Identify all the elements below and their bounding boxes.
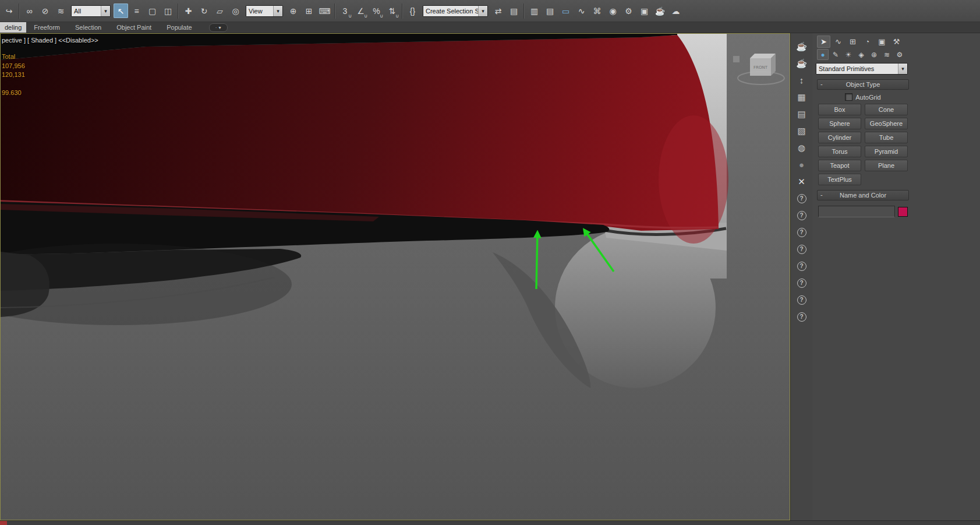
render-in-cloud-icon[interactable]: ☁ <box>668 3 683 18</box>
edit-named-selection-sets-icon[interactable]: {} <box>405 3 420 18</box>
scene-explorer-icon[interactable]: ▥ <box>527 3 542 18</box>
primitive-button[interactable]: GeoSphere <box>865 118 908 129</box>
select-and-link-icon[interactable]: ∞ <box>22 3 37 18</box>
mirror-icon[interactable]: ⇄ <box>491 3 505 18</box>
primitive-category-dropdown[interactable]: Standard Primitives ▾ <box>816 63 908 75</box>
layer-explorer-icon[interactable]: ▤ <box>543 3 557 18</box>
select-object-icon[interactable]: ↖ <box>114 3 128 18</box>
primitive-button[interactable]: Teapot <box>818 160 861 171</box>
unknown-script-icon[interactable]: ? <box>794 274 810 291</box>
category-helpers[interactable]: ⊕ <box>868 49 880 60</box>
primitive-button[interactable]: Cone <box>865 104 908 115</box>
select-by-name-icon[interactable]: ≡ <box>129 3 144 18</box>
toolbar-group: {} <box>405 3 420 18</box>
layer-stack-icon[interactable]: ▤ <box>794 105 810 122</box>
window-crossing-icon[interactable]: ◫ <box>161 3 175 18</box>
tab-modify[interactable]: ∿ <box>832 36 845 48</box>
teapot-render-icon[interactable]: ☕ <box>794 38 810 55</box>
tab-utilities[interactable]: ⚒ <box>890 36 903 48</box>
rollout-title: Object Type <box>846 81 880 88</box>
primitive-button[interactable]: Pyramid <box>865 146 908 157</box>
primitive-button[interactable]: Box <box>818 104 861 115</box>
primitive-button[interactable]: Tube <box>865 132 908 143</box>
spinner-snap-icon[interactable]: ⇅∪ <box>385 3 399 18</box>
teapot-preset-icon[interactable]: ☕ <box>794 55 810 72</box>
selection-filter-dropdown[interactable]: All ▾ <box>71 5 111 17</box>
category-systems[interactable]: ⚙ <box>894 49 905 60</box>
ribbon-toggle-icon[interactable]: ▭ <box>558 3 573 18</box>
ribbon-minimize-button[interactable]: ·▾ <box>209 23 228 32</box>
object-type-rollout-header[interactable]: - Object Type <box>817 79 909 90</box>
unknown-script-icon[interactable]: ? <box>794 258 810 274</box>
close-x-icon[interactable]: ✕ <box>794 173 810 190</box>
primitive-button[interactable]: Cylinder <box>818 132 861 143</box>
wire-sphere-icon[interactable]: ◍ <box>794 139 810 156</box>
redo-arrow-icon[interactable]: ↪ <box>2 3 16 18</box>
render-production-icon[interactable]: ☕ <box>653 3 667 18</box>
schematic-view-icon[interactable]: ⌘ <box>590 3 604 18</box>
select-and-move-icon[interactable]: ✚ <box>181 3 196 18</box>
tab-create[interactable]: ➤ <box>817 36 830 48</box>
bind-to-space-warp-icon[interactable]: ≋ <box>54 3 68 18</box>
material-sphere-icon[interactable]: ● <box>794 156 810 173</box>
category-geometry[interactable]: ● <box>817 49 829 60</box>
unknown-script-icon[interactable]: ? <box>794 291 810 308</box>
primitive-button[interactable]: Sphere <box>818 118 861 129</box>
unknown-script-icon[interactable]: ? <box>794 207 810 224</box>
unknown-script-icon[interactable]: ? <box>794 190 810 207</box>
tab-object-paint[interactable]: Object Paint <box>109 22 159 33</box>
primitive-button[interactable]: TextPlus <box>818 174 861 185</box>
tab-populate[interactable]: Populate <box>159 22 199 33</box>
snaps-toggle-3d-icon[interactable]: 3∪ <box>338 3 352 18</box>
rectangular-selection-region-icon[interactable]: ▢ <box>145 3 160 18</box>
select-and-rotate-icon[interactable]: ↻ <box>197 3 211 18</box>
rendered-frame-window-icon[interactable]: ▣ <box>637 3 652 18</box>
autogrid-label: AutoGrid <box>855 94 880 101</box>
angle-snap-icon[interactable]: ∠∪ <box>353 3 368 18</box>
unknown-script-icon[interactable]: ? <box>794 308 810 325</box>
category-cameras[interactable]: ◈ <box>855 49 867 60</box>
body-highlight <box>659 115 728 244</box>
tab-hierarchy[interactable]: ⊞ <box>846 36 859 48</box>
unlink-selection-icon[interactable]: ⊘ <box>38 3 52 18</box>
tab-selection[interactable]: Selection <box>68 22 109 33</box>
select-and-manipulate-icon[interactable]: ⊞ <box>302 3 316 18</box>
unknown-script-icon[interactable]: ? <box>794 224 810 241</box>
named-selection-sets-dropdown[interactable]: Create Selection Se ▾ <box>423 5 488 17</box>
category-lights[interactable]: ☀ <box>843 49 854 60</box>
checker-map-icon[interactable]: ▦ <box>794 89 810 105</box>
uv-tile-icon[interactable]: ▧ <box>794 122 810 139</box>
unknown-script-icon[interactable]: ? <box>794 241 810 258</box>
select-and-place-icon[interactable]: ◎ <box>228 3 243 18</box>
stat-line: Total <box>2 53 25 62</box>
curve-editor-icon[interactable]: ∿ <box>574 3 589 18</box>
axis-constraint-icon[interactable]: ↕ <box>794 72 810 89</box>
viewcube-home-icon[interactable] <box>733 56 740 62</box>
tab-modeling[interactable]: deling <box>0 22 26 33</box>
tab-freeform[interactable]: Freeform <box>26 22 68 33</box>
material-editor-icon[interactable]: ◉ <box>606 3 620 18</box>
primitive-button[interactable]: Plane <box>865 160 908 171</box>
maxscript-mini-listener[interactable] <box>0 521 7 525</box>
keyboard-override-icon[interactable]: ⌨ <box>317 3 332 18</box>
select-and-scale-icon[interactable]: ▱ <box>213 3 227 18</box>
object-color-swatch[interactable] <box>898 207 908 217</box>
object-name-field[interactable] <box>818 206 895 217</box>
reference-coordinate-system-dropdown[interactable]: View ▾ <box>246 5 283 17</box>
primitive-button[interactable]: Torus <box>818 146 861 157</box>
viewport-label[interactable]: pective ] [ Shaded ] <<Disabled>> <box>2 37 98 44</box>
perspective-viewport[interactable]: FRONT pective ] [ Shaded ] <<Disabled>> … <box>0 33 790 520</box>
category-space-warps[interactable]: ≋ <box>881 49 893 60</box>
align-icon[interactable]: ▤ <box>507 3 521 18</box>
tab-motion[interactable]: ◔ <box>861 36 874 48</box>
autogrid-checkbox[interactable] <box>845 93 852 101</box>
use-pivot-center-icon[interactable]: ⊕ <box>286 3 300 18</box>
scene-canvas[interactable]: FRONT <box>1 34 790 520</box>
category-shapes[interactable]: ✎ <box>830 49 841 60</box>
tab-display[interactable]: ▣ <box>875 36 889 48</box>
name-and-color-rollout-header[interactable]: - Name and Color <box>817 190 909 200</box>
command-panel-tabs: ➤ ∿ ⊞ ◔ ▣ <box>816 34 910 48</box>
stat-line <box>2 80 25 90</box>
render-setup-icon[interactable]: ⚙ <box>621 3 636 18</box>
percent-snap-icon[interactable]: %∪ <box>369 3 384 18</box>
